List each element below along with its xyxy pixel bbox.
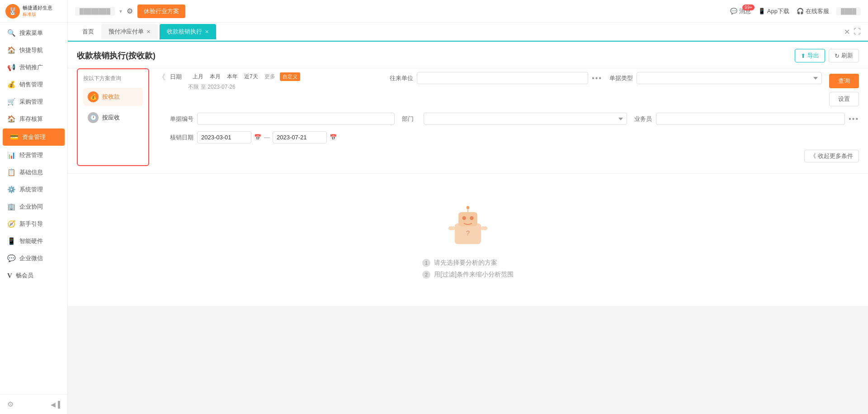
filter-sidebar: 按以下方案查询 💰 按收款 🕐 按应收 (77, 68, 149, 166)
sidebar-item-purchase[interactable]: 🛒 采购管理 (0, 93, 67, 110)
party-input[interactable] (417, 72, 588, 84)
sidebar-item-hardware[interactable]: 📱 智能硬件 (0, 233, 67, 250)
svg-point-2 (462, 216, 466, 220)
sidebar-item-sales[interactable]: 💰 销售管理 (0, 76, 67, 93)
sidebar-item-label: 搜索菜单 (19, 29, 43, 37)
dropdown-arrow-icon[interactable]: ▾ (119, 8, 122, 14)
tab-expand-icon[interactable]: ⛶ (854, 28, 861, 36)
tab-receivable-label: 收款核销执行 (167, 28, 202, 36)
sidebar-item-label: 快捷导航 (19, 46, 43, 54)
verify-date-start-input[interactable] (197, 131, 251, 143)
sidebar: 🐰 畅捷通好生意 标准版 🔍 搜索菜单 🏠 快捷导航 📢 营销推广 💰 销售管理… (0, 0, 68, 414)
tab-receivable[interactable]: 收款核销执行 ✕ (160, 24, 216, 39)
user-account[interactable]: ████ (836, 7, 861, 15)
sidebar-item-wechat[interactable]: 💬 企业微信 (0, 250, 67, 267)
staff-field: 业务员 ••• (634, 113, 859, 125)
sidebar-menu: 🔍 搜索菜单 🏠 快捷导航 📢 营销推广 💰 销售管理 🛒 采购管理 🏠 库存核… (0, 23, 67, 394)
tab-prepay-close-icon[interactable]: ✕ (146, 29, 151, 35)
calendar-end-icon[interactable]: 📅 (330, 134, 337, 141)
collapse-more-label: 收起更多条件 (818, 152, 853, 160)
wechat-icon: 💬 (7, 254, 16, 262)
custom-date-tag[interactable]: 自定义 (280, 72, 300, 81)
sidebar-item-inventory[interactable]: 🏠 库存核算 (0, 110, 67, 128)
filter-row-1: 日期 上月 本月 本年 近7天 更多 自定义 (170, 68, 859, 106)
search-menu-icon: 🔍 (7, 29, 16, 37)
svg-rect-7 (481, 226, 487, 230)
dept-label: 部门 (402, 115, 420, 123)
filter-option-receivable-label: 按应收 (102, 114, 120, 122)
message-button[interactable]: 💬 消息 99+ (730, 7, 751, 15)
doc-no-field: 单据编号 (170, 113, 395, 125)
tab-prepay[interactable]: 预付冲应付单 ✕ (101, 24, 158, 39)
sidebar-item-enterprise[interactable]: 🏢 企业协同 (0, 198, 67, 215)
collapse-more-icon: 《 (810, 152, 816, 160)
setting-button[interactable]: 设置 (829, 92, 859, 106)
sidebar-item-search-menu[interactable]: 🔍 搜索菜单 (0, 24, 67, 42)
logo-sub: 标准版 (23, 11, 52, 18)
tab-close-all-icon[interactable]: ✕ (844, 28, 850, 36)
quick-nav-icon: 🏠 (7, 46, 16, 54)
refresh-button[interactable]: ↻ 刷新 (829, 49, 859, 62)
settings-footer-icon[interactable]: ⚙ (7, 400, 14, 409)
export-button[interactable]: ⬆ 导出 (795, 49, 825, 62)
gear-icon[interactable]: ⚙ (127, 7, 133, 15)
sidebar-item-quick-nav[interactable]: 🏠 快捷导航 (0, 42, 67, 59)
app-download-button[interactable]: 📱 App下载 (758, 7, 789, 15)
date-range-separator: — (264, 134, 270, 141)
sidebar-item-system[interactable]: ⚙️ 系统管理 (0, 181, 67, 198)
doc-no-input[interactable] (197, 113, 395, 125)
verify-date-field: 核销日期 📅 — 📅 (170, 131, 859, 143)
empty-tip-1-text: 请先选择要分析的方案 (434, 259, 497, 267)
last-month-shortcut[interactable]: 上月 (191, 72, 205, 81)
sidebar-item-label: 销售管理 (19, 81, 43, 89)
empty-tip-1: 1 请先选择要分析的方案 (422, 259, 514, 267)
sidebar-item-label: 采购管理 (19, 98, 43, 106)
this-month-shortcut[interactable]: 本月 (208, 72, 222, 81)
empty-state: ? 1 请先选择要分析的方案 2 用[过滤]条件来缩小分析范围 (68, 177, 868, 306)
solution-button[interactable]: 休验行业方案 (137, 5, 185, 18)
this-year-shortcut[interactable]: 本年 (225, 72, 240, 81)
verify-date-end-input[interactable] (273, 131, 327, 143)
party-more-dots[interactable]: ••• (592, 74, 602, 82)
page-content: 收款核销执行(按收款) ⬆ 导出 ↻ 刷新 按以下方案查询 (68, 42, 868, 414)
dept-select[interactable] (424, 113, 627, 125)
sidebar-item-basic-info[interactable]: 📋 基础信息 (0, 164, 67, 181)
sidebar-item-label: 新手引导 (19, 220, 43, 228)
filter-option-by-receipt[interactable]: 💰 按收款 (83, 88, 143, 106)
app-icon: 📱 (758, 8, 765, 14)
sidebar-item-marketing[interactable]: 📢 营销推广 (0, 59, 67, 76)
collapse-more-button[interactable]: 《 收起更多条件 (804, 150, 859, 162)
sidebar-item-guide[interactable]: 🧭 新手引导 (0, 215, 67, 233)
empty-illustration: ? (445, 205, 491, 250)
party-field: 往来单位 ••• (390, 72, 602, 84)
filter-option-by-receivable[interactable]: 🕐 按应收 (83, 109, 143, 127)
tab-receivable-close-icon[interactable]: ✕ (205, 29, 209, 35)
sidebar-collapse-button[interactable]: ◀▐ (51, 401, 60, 408)
staff-label: 业务员 (634, 115, 652, 123)
app-label: App下载 (767, 7, 789, 15)
refresh-label: 刷新 (841, 52, 853, 60)
more-shortcut[interactable]: 更多 (263, 72, 277, 81)
sidebar-item-finance[interactable]: 💳 资金管理 (3, 128, 65, 146)
party-label: 往来单位 (390, 74, 413, 82)
finance-icon: 💳 (10, 133, 19, 141)
date-field: 日期 上月 本月 本年 近7天 更多 自定义 (170, 72, 382, 91)
basic-info-icon: 📋 (7, 168, 16, 176)
sidebar-item-label: 库存核算 (19, 115, 43, 123)
last-7days-shortcut[interactable]: 近7天 (242, 72, 260, 81)
staff-input[interactable] (656, 113, 845, 125)
sidebar-item-operations[interactable]: 📊 经营管理 (0, 147, 67, 164)
sidebar-logo: 🐰 畅捷通好生意 标准版 (0, 0, 67, 23)
staff-more-dots[interactable]: ••• (849, 115, 859, 123)
date-no-limit: 不限 (188, 83, 199, 91)
tab-home[interactable]: 首页 (75, 24, 101, 39)
system-icon: ⚙️ (7, 186, 16, 194)
calendar-start-icon[interactable]: 📅 (254, 134, 261, 141)
online-service-button[interactable]: 🎧 在线客服 (797, 7, 829, 15)
sidebar-item-vip[interactable]: V 畅会员 (0, 267, 67, 284)
filter-area: 按以下方案查询 💰 按收款 🕐 按应收 《 (68, 68, 868, 173)
export-icon: ⬆ (801, 52, 806, 59)
filter-sidebar-collapse-button[interactable]: 《 (158, 68, 165, 82)
query-button[interactable]: 查询 (829, 74, 859, 88)
doc-type-select[interactable] (637, 72, 822, 84)
